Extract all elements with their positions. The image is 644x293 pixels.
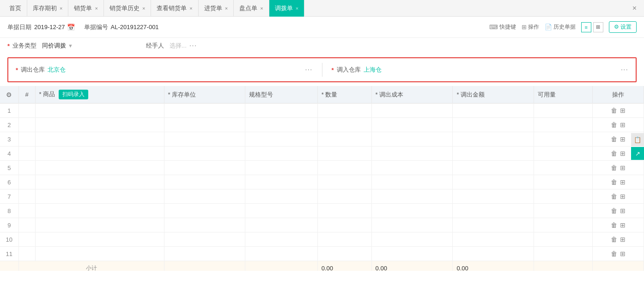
delete-icon[interactable]: 🗑 bbox=[611, 207, 617, 214]
delete-icon[interactable]: 🗑 bbox=[611, 193, 617, 200]
subtotal-amount: 0.00 bbox=[453, 261, 534, 271]
copy-icon[interactable]: ⊞ bbox=[620, 135, 626, 143]
col-ops: 操作 bbox=[593, 86, 644, 104]
table-row: 8🗑⊞ bbox=[0, 204, 644, 218]
tab-bar: 首页 库存期初 × 销货单 × 销货单历史 × 查看销货单 × 进货单 × 盘点… bbox=[0, 0, 644, 17]
calendar-icon[interactable]: 📅 bbox=[67, 24, 75, 31]
tab-inventory-init[interactable]: 库存期初 × bbox=[27, 0, 68, 17]
copy-icon[interactable]: ⊞ bbox=[620, 107, 626, 114]
business-type-field: * 业务类型 同价调拨 ▼ bbox=[7, 42, 137, 50]
tab-view-sales[interactable]: 查看销货单 × bbox=[151, 0, 198, 17]
col-spec: 规格型号 bbox=[245, 86, 317, 104]
col-product: * 商品 扫码录入 bbox=[35, 86, 164, 104]
table-row: 5🗑⊞ bbox=[0, 161, 644, 175]
delete-icon[interactable]: 🗑 bbox=[611, 135, 617, 143]
shortcut-icon: ⌨ bbox=[489, 24, 498, 31]
settings-button[interactable]: ⚙ 设置 bbox=[609, 21, 637, 33]
scan-button[interactable]: 扫码录入 bbox=[59, 90, 88, 99]
business-type-label: 业务类型 bbox=[12, 42, 36, 50]
table-row: 11🗑⊞ bbox=[0, 247, 644, 261]
business-type-required: * bbox=[7, 43, 10, 49]
delete-icon[interactable]: 🗑 bbox=[611, 236, 617, 243]
warehouse-out-value[interactable]: 北京仓 bbox=[48, 66, 66, 74]
warehouse-in-required: * bbox=[332, 67, 334, 73]
table-row: 1🗑⊞ bbox=[0, 104, 644, 118]
date-value: 2019-12-27 bbox=[34, 24, 65, 31]
warehouse-in-more-btn[interactable]: ··· bbox=[621, 66, 628, 74]
tab-transfer[interactable]: 调拨单 × bbox=[269, 0, 304, 17]
sidebar-expand-btn[interactable]: ↗ bbox=[631, 147, 644, 160]
tab-close-purchase[interactable]: × bbox=[225, 6, 228, 11]
warehouse-out-label: 调出仓库 bbox=[21, 66, 45, 74]
table-row: 10🗑⊞ bbox=[0, 232, 644, 247]
delete-icon[interactable]: 🗑 bbox=[611, 164, 617, 171]
history-icon: 📄 bbox=[545, 24, 552, 31]
copy-icon[interactable]: ⊞ bbox=[620, 236, 626, 243]
code-value: AL-20191227-001 bbox=[111, 24, 159, 31]
operator-select[interactable]: 选择... bbox=[170, 42, 187, 50]
sidebar-doc-btn[interactable]: 📋 bbox=[631, 133, 644, 146]
settings-gear-icon: ⚙ bbox=[614, 24, 619, 30]
tab-close-view-sales[interactable]: × bbox=[189, 6, 192, 11]
table-settings-icon[interactable]: ⚙ bbox=[6, 91, 12, 98]
code-label: 单据编号 bbox=[84, 23, 108, 31]
col-cost: * 调出成本 bbox=[371, 86, 453, 104]
operator-more-btn[interactable]: ··· bbox=[189, 42, 197, 50]
shortcut-action[interactable]: ⌨ 快捷键 bbox=[489, 23, 516, 31]
business-type-value: 同价调拨 bbox=[42, 42, 66, 50]
copy-icon[interactable]: ⊞ bbox=[620, 250, 626, 257]
delete-icon[interactable]: 🗑 bbox=[611, 121, 617, 128]
delete-icon[interactable]: 🗑 bbox=[611, 221, 617, 229]
layout-icon-grid[interactable]: ⊞ bbox=[593, 22, 603, 32]
copy-icon[interactable]: ⊞ bbox=[620, 121, 626, 128]
warehouse-divider bbox=[322, 63, 322, 77]
copy-icon[interactable]: ⊞ bbox=[620, 164, 626, 171]
layout-icon-list[interactable]: ≡ bbox=[581, 22, 591, 32]
copy-icon[interactable]: ⊞ bbox=[620, 178, 626, 186]
col-amount: * 调出金额 bbox=[453, 86, 534, 104]
warehouse-in-label: 调入仓库 bbox=[337, 66, 361, 74]
business-type-select[interactable]: 同价调拨 ▼ bbox=[42, 42, 137, 50]
delete-icon[interactable]: 🗑 bbox=[611, 150, 617, 157]
header-actions: ⌨ 快捷键 ⊞ 操作 📄 历史单据 ≡ ⊞ ⚙ 设置 bbox=[489, 21, 637, 33]
subtotal-cost: 0.00 bbox=[371, 261, 453, 271]
warehouse-out-field: * 调出仓库 北京仓 ··· bbox=[16, 66, 313, 74]
operate-action[interactable]: ⊞ 操作 bbox=[522, 23, 539, 31]
tab-close-inventory-init[interactable]: × bbox=[60, 6, 62, 11]
delete-icon[interactable]: 🗑 bbox=[611, 107, 617, 114]
col-qty: * 数量 bbox=[317, 86, 371, 104]
layout-icons: ≡ ⊞ bbox=[581, 22, 603, 32]
tab-stocktake[interactable]: 盘点单 × bbox=[234, 0, 269, 17]
window-close-button[interactable]: × bbox=[629, 4, 640, 12]
tab-purchase[interactable]: 进货单 × bbox=[199, 0, 234, 17]
form-header: 单据日期 2019-12-27 📅 单据编号 AL-20191227-001 ⌨… bbox=[0, 17, 644, 38]
delete-icon[interactable]: 🗑 bbox=[611, 250, 617, 257]
copy-icon[interactable]: ⊞ bbox=[620, 207, 626, 214]
subtotal-qty: 0.00 bbox=[317, 261, 371, 271]
col-index: # bbox=[18, 86, 35, 104]
tab-home[interactable]: 首页 bbox=[4, 0, 27, 17]
col-available: 可用量 bbox=[534, 86, 593, 104]
col-settings[interactable]: ⚙ bbox=[0, 86, 18, 104]
transfer-table: ⚙ # * 商品 扫码录入 * 库存单位 规格型号 * 数量 * bbox=[0, 86, 644, 271]
copy-icon[interactable]: ⊞ bbox=[620, 193, 626, 200]
right-sidebar: 📋 ↗ bbox=[631, 133, 644, 160]
business-row: * 业务类型 同价调拨 ▼ 经手人 选择... ··· bbox=[0, 38, 644, 54]
history-action[interactable]: 📄 历史单据 bbox=[545, 23, 576, 31]
dropdown-arrow-icon: ▼ bbox=[68, 43, 73, 49]
tab-sales-order[interactable]: 销货单 × bbox=[68, 0, 103, 17]
tab-sales-history[interactable]: 销货单历史 × bbox=[104, 0, 151, 17]
date-field: 单据日期 2019-12-27 📅 bbox=[7, 23, 75, 31]
warehouse-out-more-btn[interactable]: ··· bbox=[305, 66, 312, 74]
copy-icon[interactable]: ⊞ bbox=[620, 150, 626, 157]
warehouse-in-value[interactable]: 上海仓 bbox=[364, 66, 382, 74]
tab-close-sales-order[interactable]: × bbox=[95, 6, 97, 11]
tab-close-sales-history[interactable]: × bbox=[142, 6, 145, 11]
table-row: 4🗑⊞ bbox=[0, 146, 644, 161]
tab-close-stocktake[interactable]: × bbox=[260, 6, 263, 11]
table-container: ⚙ # * 商品 扫码录入 * 库存单位 规格型号 * 数量 * bbox=[0, 86, 644, 271]
tab-close-transfer[interactable]: × bbox=[296, 6, 298, 11]
copy-icon[interactable]: ⊞ bbox=[620, 221, 626, 229]
delete-icon[interactable]: 🗑 bbox=[611, 178, 617, 186]
table-row: 3🗑⊞ bbox=[0, 132, 644, 146]
